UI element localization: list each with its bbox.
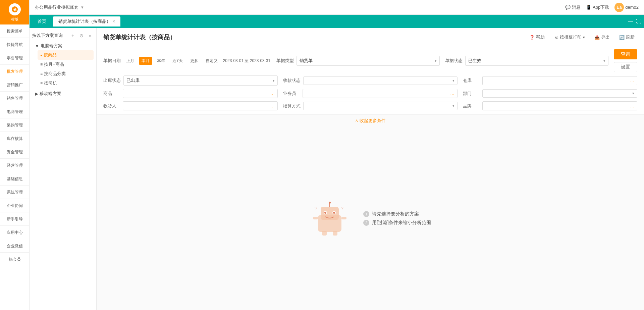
sidebar-item-retail[interactable]: 零售管理 (0, 51, 29, 65)
sidebar-item-wechat[interactable]: 企业微信 (0, 239, 29, 253)
filter-area: 单据日期 上月 本月 本年 近7天 更多 自定义 2023-03-01 至 20… (97, 45, 644, 115)
receiver-select[interactable]: … (123, 101, 278, 110)
tab-maximize-btn[interactable]: ⛶ (636, 18, 641, 24)
sidebar-item-finance[interactable]: 资金管理 (0, 145, 29, 159)
content-area: 按以下方案查询 + ⊙ « ▼ 电脑端方案 ● 按商品 ≡ 按月+商品 (30, 28, 644, 310)
sidebar-item-ecommerce[interactable]: 电商管理 (0, 105, 29, 118)
sidebar-item-member[interactable]: 畅会员 (0, 253, 29, 266)
date-tab-thismonth[interactable]: 本月 (139, 57, 152, 65)
user-avatar-btn[interactable]: Ea demo2 (614, 3, 639, 12)
filter-group-brand: 品牌 … (463, 101, 637, 110)
filter-group-doc-type: 单据类型 销货单 ▾ (276, 56, 440, 66)
reset-btn[interactable]: 设置 (614, 62, 637, 72)
industry-dropdown-icon[interactable]: ▾ (81, 5, 84, 10)
tab-close-btn[interactable]: × (113, 19, 115, 23)
add-scheme-btn[interactable]: + (69, 32, 76, 39)
empty-number-2: 2 (363, 220, 369, 226)
collapse-icon: ∧ (355, 118, 359, 123)
tab-active-label: 销货单统计计表（按商品） (58, 18, 111, 24)
tree-item-by-cashier[interactable]: ≡ 按司机 (38, 79, 94, 88)
sidebar-item-wholesale[interactable]: 批发管理 (0, 65, 29, 78)
collapse-panel-btn[interactable]: « (87, 32, 94, 39)
warehouse2-ellipsis[interactable]: … (630, 78, 634, 83)
collapse-more-btn[interactable]: ∧ 收起更多条件 (97, 115, 644, 126)
logo-text: 标版 (11, 17, 18, 22)
salesman-ellipsis[interactable]: … (450, 91, 454, 96)
scheme-settings-btn[interactable]: ⊙ (78, 32, 85, 39)
date-tab-7days[interactable]: 近7天 (170, 57, 185, 65)
tree-item-by-goods-category[interactable]: ≡ 按商品分类 (38, 69, 94, 79)
sidebar-label-purchase: 采购管理 (1, 122, 28, 128)
date-tab-thisyear[interactable]: 本年 (154, 57, 168, 65)
filter-group-settlement: 结算方式 ▾ (283, 102, 458, 110)
sidebar-item-purchase[interactable]: 采购管理 (0, 118, 29, 132)
dept-select[interactable]: ▾ (482, 89, 637, 98)
sidebar-item-search[interactable]: 搜索菜单 (0, 24, 29, 38)
app-download-btn[interactable]: 📱 App下载 (586, 4, 609, 10)
collapse-label: 收起更多条件 (360, 118, 386, 123)
tree-item-label-by-cashier: 按司机 (44, 80, 57, 86)
industry-label: 办公用品行业模拟账套 (35, 4, 78, 10)
top-bar: 办公用品行业模拟账套 ▾ 💬 消息 📱 App下载 Ea demo2 (30, 0, 644, 15)
tab-active[interactable]: 销货单统计计表（按商品） × (53, 16, 120, 27)
filter-row-1: 单据日期 上月 本月 本年 近7天 更多 自定义 2023-03-01 至 20… (103, 49, 637, 72)
warehouse2-label: 仓库 (463, 78, 480, 84)
goods-ellipsis[interactable]: … (270, 91, 275, 96)
doc-type-arrow-icon: ▾ (435, 59, 437, 63)
svg-point-6 (324, 212, 326, 214)
sidebar-item-operations[interactable]: 经营管理 (0, 159, 29, 172)
help-btn[interactable]: ❓ 帮助 (527, 33, 547, 42)
sidebar-label-wholesale: 批发管理 (1, 69, 28, 74)
message-btn[interactable]: 💬 消息 (565, 4, 581, 10)
settlement-select[interactable]: ▾ (303, 102, 458, 110)
salesman-label: 业务员 (283, 91, 300, 97)
sidebar-item-quick[interactable]: 快捷导航 (0, 38, 29, 51)
sidebar-item-appcenter[interactable]: 应用中心 (0, 226, 29, 239)
brand-ellipsis[interactable]: … (630, 103, 634, 108)
doc-type-select[interactable]: 销货单 ▾ (297, 56, 440, 66)
date-range-group: 上月 本月 本年 近7天 更多 自定义 (123, 57, 220, 65)
date-tab-custom[interactable]: 自定义 (203, 57, 220, 65)
app-logo: 畅 标版 (0, 0, 29, 24)
tree-item-icon-by-goods-category: ≡ (40, 71, 43, 76)
tree-item-by-month-goods[interactable]: ≡ 按月+商品 (38, 60, 94, 69)
export-btn[interactable]: 📤 导出 (592, 33, 612, 42)
tree-group-pc[interactable]: ▼ 电脑端方案 (32, 42, 94, 50)
sidebar-label-newbie: 新手引导 (1, 216, 28, 222)
goods-label: 商品 (103, 91, 120, 97)
tree-group-mobile[interactable]: ▶ 移动端方案 (32, 89, 94, 98)
sidebar-item-newbie[interactable]: 新手引导 (0, 212, 29, 226)
warehouse-select[interactable]: 已出库 ▾ (123, 75, 278, 86)
dept-arrow-icon: ▾ (632, 91, 634, 96)
sidebar-label-appcenter: 应用中心 (1, 230, 28, 236)
salesman-select[interactable]: … (303, 89, 458, 98)
refresh-icon: 🔄 (619, 35, 625, 40)
sidebar-label-quick: 快捷导航 (1, 42, 28, 48)
settlement-label: 结算方式 (283, 103, 301, 109)
sidebar-item-inventory[interactable]: 库存核算 (0, 132, 29, 145)
tab-minimize-btn[interactable]: — (628, 18, 633, 24)
date-tab-lastmonth[interactable]: 上月 (123, 57, 137, 65)
sidebar-item-sales[interactable]: 销售管理 (0, 92, 29, 105)
print-btn[interactable]: 🖨 按模板打印 ▾ (551, 33, 588, 42)
message-label: 消息 (572, 4, 581, 10)
query-btn[interactable]: 查询 (614, 49, 637, 59)
doc-type-value: 销货单 (300, 58, 313, 64)
receiver-ellipsis[interactable]: … (270, 103, 275, 108)
doc-status-select[interactable]: 已生效 ▾ (465, 56, 608, 66)
tree-item-by-goods[interactable]: ● 按商品 (38, 50, 94, 60)
tab-home[interactable]: 首页 (32, 16, 52, 27)
warehouse2-select[interactable]: … (482, 76, 637, 85)
sidebar-item-system[interactable]: 系统管理 (0, 186, 29, 199)
sidebar-item-base[interactable]: 基础信息 (0, 172, 29, 186)
receipt-status-arrow-icon: ▾ (452, 79, 454, 83)
receipt-status-select[interactable]: ▾ (303, 76, 458, 85)
goods-select[interactable]: … (123, 89, 278, 98)
refresh-btn[interactable]: 🔄 刷新 (616, 33, 637, 42)
svg-rect-11 (333, 231, 337, 236)
date-tab-more[interactable]: 更多 (187, 57, 201, 65)
sidebar-item-marketing[interactable]: 营销推广 (0, 78, 29, 92)
empty-number-1: 1 (363, 211, 369, 217)
brand-select[interactable]: … (482, 101, 637, 110)
sidebar-item-enterprise[interactable]: 企业协同 (0, 199, 29, 212)
